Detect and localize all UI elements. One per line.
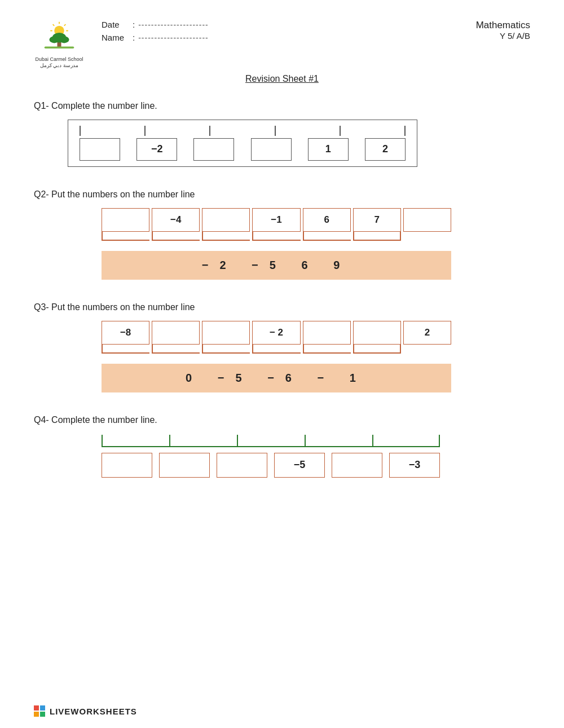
sheet-title: Revision Sheet #1 — [34, 74, 530, 84]
q4-box-6: −3 — [389, 453, 440, 478]
q1-box-5: 1 — [308, 138, 349, 161]
q2-box-6: 7 — [353, 208, 401, 232]
q1-boxes-row: −2 1 2 — [80, 138, 406, 161]
logo-sq-red — [34, 705, 39, 711]
school-logo: Dubai Carmel School مدرسة دبي كرمل — [34, 17, 85, 68]
logo-sq-green — [40, 712, 45, 717]
subject-title: Mathematics — [440, 20, 530, 31]
tick-4 — [275, 126, 276, 136]
q3-box-1: −8 — [102, 321, 149, 345]
grade-text: Y 5/ A/B — [440, 31, 530, 41]
q2-box-2: −4 — [152, 208, 200, 232]
logo-sq-orange — [34, 712, 39, 717]
footer: LIVEWORKSHEETS — [34, 705, 137, 717]
q2-label: Q2- Put the numbers on the number line — [34, 189, 530, 200]
q1-tick-row — [80, 126, 406, 136]
q3-box-7: 2 — [403, 321, 451, 345]
q4-box-2[interactable] — [159, 453, 210, 478]
name-label: Name — [102, 33, 133, 42]
name-dashes: ---------------------- — [138, 33, 209, 42]
question-4: Q4- Complete the number line. −5 −3 — [34, 415, 530, 478]
q2-box-7[interactable] — [403, 208, 451, 232]
q4-box-3[interactable] — [217, 453, 267, 478]
q2-box-3[interactable] — [202, 208, 250, 232]
q1-box-2: −2 — [136, 138, 177, 161]
q3-number-line: −8 − 2 2 — [68, 321, 417, 392]
q1-label: Q1- Complete the number line. — [34, 101, 530, 111]
question-1: Q1- Complete the number line. −2 1 2 — [34, 101, 530, 167]
q2-answer-bar: −2 −5 6 9 — [102, 251, 451, 280]
q1-box-6: 2 — [365, 138, 406, 161]
svg-line-5 — [53, 24, 55, 26]
logo-sq-blue — [40, 705, 45, 711]
header-right: Mathematics Y 5/ A/B — [440, 17, 530, 41]
q3-box-6[interactable] — [353, 321, 401, 345]
date-dashes: ---------------------- — [138, 20, 209, 29]
svg-line-7 — [64, 24, 66, 26]
date-label: Date — [102, 20, 133, 29]
page-header: Dubai Carmel School مدرسة دبي كرمل Date … — [34, 17, 530, 68]
q2-box-1[interactable] — [102, 208, 149, 232]
q1-box-3[interactable] — [193, 138, 234, 161]
q3-box-4: − 2 — [252, 321, 300, 345]
q4-number-line: −5 −3 — [68, 434, 434, 478]
q1-number-line: −2 1 2 — [68, 120, 417, 167]
svg-point-12 — [59, 36, 69, 43]
q2-box-5: 6 — [303, 208, 351, 232]
tick-1 — [80, 126, 81, 136]
question-3: Q3- Put the numbers on the number line −… — [34, 302, 530, 392]
q1-box-4[interactable] — [251, 138, 292, 161]
q1-box-1[interactable] — [80, 138, 120, 161]
q3-box-3[interactable] — [202, 321, 250, 345]
school-name-en: Dubai Carmel School — [35, 56, 83, 63]
q3-answer-bar: 0 −5 −6 − 1 — [102, 364, 451, 392]
q3-label: Q3- Put the numbers on the number line — [34, 302, 530, 312]
liveworksheets-logo — [34, 705, 45, 717]
q4-box-4: −5 — [274, 453, 325, 478]
q2-number-line: −4 −1 6 7 −2 −5 — [68, 208, 417, 280]
q3-box-5[interactable] — [303, 321, 351, 345]
q4-box-1[interactable] — [102, 453, 152, 478]
tick-2 — [144, 126, 146, 136]
q2-box-4: −1 — [252, 208, 300, 232]
q3-box-2[interactable] — [152, 321, 200, 345]
tick-5 — [340, 126, 341, 136]
q4-label: Q4- Complete the number line. — [34, 415, 530, 425]
tick-3 — [209, 126, 210, 136]
date-field-row: Date : ---------------------- — [102, 20, 440, 29]
footer-brand: LIVEWORKSHEETS — [50, 707, 137, 716]
q4-box-5[interactable] — [332, 453, 382, 478]
tick-6 — [404, 126, 406, 136]
header-fields: Date : ---------------------- Name : ---… — [102, 17, 440, 46]
svg-rect-13 — [45, 47, 74, 49]
question-2: Q2- Put the numbers on the number line −… — [34, 189, 530, 280]
name-field-row: Name : ---------------------- — [102, 33, 440, 42]
svg-point-11 — [50, 36, 60, 43]
school-name-ar: مدرسة دبي كرمل — [40, 63, 78, 68]
